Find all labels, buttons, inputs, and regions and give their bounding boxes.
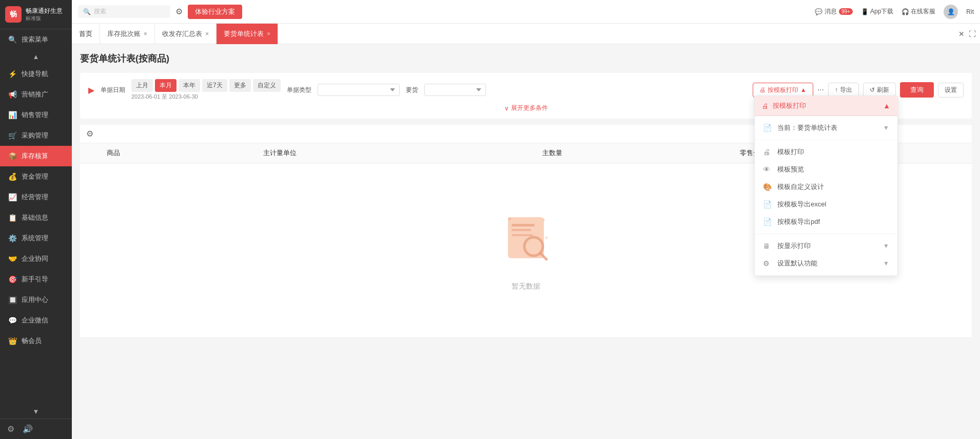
avatar[interactable]: 👤 — [944, 5, 958, 19]
sidebar-item-purchase[interactable]: 🛒 采购管理 — [0, 125, 72, 146]
require-goods-label: 要货 — [406, 86, 418, 94]
wechat-icon: 💬 — [7, 315, 17, 326]
sales-icon: 📊 — [7, 110, 17, 120]
inventory-icon: 📦 — [7, 151, 17, 161]
template-preview-icon: 👁 — [763, 165, 772, 174]
template-preview-item[interactable]: 👁 模板预览 — [755, 161, 897, 178]
topbar-search-box[interactable]: 🔍 搜索 — [78, 5, 170, 18]
tab-close-collection[interactable]: × — [205, 30, 209, 37]
scroll-up-btn[interactable]: ▲ — [0, 50, 72, 64]
search-icon: 🔍 — [7, 34, 17, 45]
tabs-bar: 首页 库存批次账 × 收发存汇总表 × 要货单统计表 × ✕ ⛶ — [72, 24, 980, 44]
refresh-icon: ↺ — [870, 86, 875, 93]
sidebar-nav: ⚡ 快捷导航 📢 营销推广 📊 销售管理 🛒 采购管理 📦 库存核算 💰 资金管… — [0, 64, 72, 405]
marketing-icon: 📢 — [7, 89, 17, 100]
date-btn-current-month[interactable]: 本月 — [155, 79, 177, 92]
set-default-icon: ⚙ — [763, 259, 772, 268]
display-print-item[interactable]: 🖥 按显示打印 ▼ — [755, 237, 897, 255]
tab-collection[interactable]: 收发存汇总表 × — [155, 24, 217, 44]
tab-order-stats[interactable]: 要货单统计表 × — [217, 24, 278, 44]
svg-rect-2 — [512, 229, 531, 231]
template-design-item[interactable]: 🎨 模板自定义设计 — [755, 178, 897, 196]
date-btn-last-month[interactable]: 上月 — [131, 79, 153, 92]
col-unit: 主计量单位 — [257, 143, 536, 163]
template-excel-item[interactable]: 📄 按模板导出excel — [755, 196, 897, 213]
settings-bottom-icon[interactable]: ⚙ — [7, 424, 14, 434]
date-btn-custom[interactable]: 自定义 — [253, 79, 281, 92]
sidebar-item-operation[interactable]: 📈 经营管理 — [0, 187, 72, 207]
app-download-button[interactable]: 📱 App下载 — [861, 7, 893, 16]
sidebar-item-inventory[interactable]: 📦 库存核算 — [0, 146, 72, 166]
tab-close-batch[interactable]: × — [144, 30, 147, 37]
tab-home[interactable]: 首页 — [72, 24, 100, 44]
settings-button[interactable]: 设置 — [938, 83, 964, 98]
date-btn-last7[interactable]: 近7天 — [202, 79, 227, 92]
display-print-arrow: ▼ — [883, 242, 889, 250]
sidebar-item-marketing[interactable]: 📢 营销推广 — [0, 84, 72, 105]
sidebar-item-basic[interactable]: 📋 基础信息 — [0, 207, 72, 228]
sidebar-item-finance[interactable]: 💰 资金管理 — [0, 166, 72, 187]
basic-icon: 📋 — [7, 213, 17, 223]
filter-expand-icon[interactable]: ▶ — [88, 85, 94, 95]
scroll-down-btn[interactable]: ▼ — [0, 405, 72, 418]
type-select[interactable] — [318, 84, 400, 96]
template-print-item[interactable]: 🖨 模板打印 — [755, 143, 897, 161]
guide-icon: 🎯 — [7, 274, 17, 284]
message-button[interactable]: 💬 消息 99+ — [815, 7, 853, 16]
gear-icon[interactable]: ⚙ — [175, 7, 183, 16]
logo-icon: 畅 — [5, 6, 22, 23]
print-dropdown: 🖨 按模板打印 ▲ 📄 当前：要货单统计表 ▼ 🖨 模板打印 — [754, 96, 898, 276]
finance-icon: 💰 — [7, 171, 17, 182]
sidebar-item-member[interactable]: 👑 畅会员 — [0, 331, 72, 351]
date-btn-current-year[interactable]: 本年 — [179, 79, 200, 92]
require-goods-select[interactable] — [424, 84, 486, 96]
message-icon: 💬 — [815, 8, 822, 15]
sidebar-search[interactable]: 🔍 搜索菜单 — [0, 29, 72, 50]
online-service-button[interactable]: 🎧 在线客服 — [901, 7, 935, 16]
tab-batch[interactable]: 库存批次账 × — [100, 24, 155, 44]
tab-maximize-btn[interactable]: ⛶ — [969, 30, 976, 38]
date-btn-more[interactable]: 更多 — [229, 79, 251, 92]
topbar-right: 💬 消息 99+ 📱 App下载 🎧 在线客服 👤 Rit — [815, 5, 974, 19]
template-pdf-icon: 📄 — [763, 218, 772, 226]
export-icon: ↑ — [835, 86, 838, 93]
chevron-down-icon: ∨ — [504, 105, 509, 112]
sidebar-bottom: ⚙ 🔊 — [0, 418, 72, 439]
trial-button[interactable]: 体验行业方案 — [188, 5, 242, 19]
table-settings-icon[interactable]: ⚙ — [86, 129, 93, 139]
date-btn-group: 上月 本月 本年 近7天 更多 自定义 2023-06-01 至 2023-06… — [131, 79, 281, 101]
empty-illustration — [495, 209, 557, 276]
system-icon: ⚙️ — [7, 233, 17, 243]
page-title: 要货单统计表(按商品) — [80, 52, 972, 65]
shortcut-icon: ⚡ — [7, 69, 17, 79]
sidebar-item-guide[interactable]: 🎯 新手引导 — [0, 269, 72, 290]
dropdown-extra-sections: 🖥 按显示打印 ▼ ⚙ 设置默认功能 ▼ — [755, 234, 897, 276]
current-template-arrow: ▼ — [883, 124, 889, 131]
template-excel-icon: 📄 — [763, 200, 772, 208]
sidebar-item-sales[interactable]: 📊 销售管理 — [0, 105, 72, 125]
template-items-section: 🖨 模板打印 👁 模板预览 🎨 模板自定义设计 📄 按模板导出excel 📄 — [755, 140, 897, 234]
sidebar-logo: 畅 畅康通好生意 标准版 — [0, 0, 72, 29]
current-template-section: 📄 当前：要货单统计表 ▼ — [755, 116, 897, 140]
set-default-item[interactable]: ⚙ 设置默认功能 ▼ — [755, 255, 897, 272]
sidebar: 畅 畅康通好生意 标准版 🔍 搜索菜单 ▲ ⚡ 快捷导航 📢 营销推广 📊 销售… — [0, 0, 72, 439]
sidebar-item-shortcut[interactable]: ⚡ 快捷导航 — [0, 64, 72, 84]
content-area: 要货单统计表(按商品) ▶ 单据日期 上月 本月 本年 近7天 更多 自定义 — [72, 44, 980, 439]
sidebar-item-system[interactable]: ⚙️ 系统管理 — [0, 228, 72, 249]
current-template-item[interactable]: 📄 当前：要货单统计表 ▼ — [755, 119, 897, 137]
audio-icon[interactable]: 🔊 — [23, 424, 33, 434]
query-button[interactable]: 查询 — [900, 82, 934, 98]
template-pdf-item[interactable]: 📄 按模板导出pdf — [755, 213, 897, 231]
sidebar-item-wechat[interactable]: 💬 企业微信 — [0, 310, 72, 331]
sidebar-item-enterprise[interactable]: 🤝 企业协同 — [0, 249, 72, 269]
printer-icon: 🖨 — [759, 86, 766, 93]
tab-close-order-stats[interactable]: × — [267, 30, 270, 37]
tab-close-window-btn[interactable]: ✕ — [958, 30, 965, 38]
mobile-icon: 📱 — [861, 8, 869, 15]
more-options-btn[interactable]: ··· — [817, 85, 824, 94]
dropdown-close-btn[interactable]: ▲ — [883, 102, 890, 110]
template-design-icon: 🎨 — [763, 183, 772, 191]
svg-point-6 — [508, 217, 511, 220]
operation-icon: 📈 — [7, 192, 17, 202]
sidebar-item-apps[interactable]: 🔲 应用中心 — [0, 290, 72, 310]
